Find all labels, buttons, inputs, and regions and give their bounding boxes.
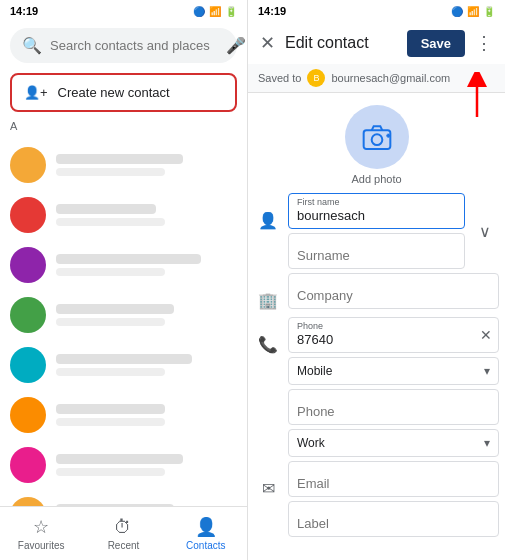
edit-header-bar: ✕ Edit contact Save ⋮ [248,22,505,64]
bluetooth-icon: 🔵 [193,6,205,17]
phone2-fields: Work Mobile Home ▾ [288,389,499,457]
contact-name-line [56,454,183,464]
phone2-input[interactable] [297,404,490,419]
email-input[interactable] [297,476,490,491]
expand-button[interactable]: ∨ [471,217,499,245]
list-item[interactable] [0,490,247,506]
clear-phone-button[interactable]: ✕ [480,327,492,343]
left-time: 14:19 [10,5,38,17]
account-avatar-icon: B [307,69,325,87]
name-fields: First name [288,193,465,269]
contact-sub-line [56,168,165,176]
saved-to-label: Saved to [258,72,301,84]
search-input[interactable] [50,38,218,53]
right-status-icons: 🔵 📶 🔋 [451,6,495,17]
phone-icon: 📞 [254,317,282,357]
phone1-row: 📞 Phone ✕ Mobile Work Home ▾ [254,317,499,385]
first-name-row: 👤 First name ∨ [254,193,499,269]
email-label-field[interactable] [288,501,499,537]
phone1-input[interactable] [297,332,490,347]
nav-item-favourites[interactable]: ☆ Favourites [0,507,82,560]
section-label-a: A [0,116,247,136]
avatar [10,497,46,506]
save-button[interactable]: Save [407,30,465,57]
phone1-label-select[interactable]: Mobile Work Home ▾ [288,357,499,385]
contact-name-line [56,204,156,214]
contact-name-block [56,304,237,326]
right-panel: 14:19 🔵 📶 🔋 ✕ Edit contact Save ⋮ [248,0,505,560]
phone2-label-dropdown[interactable]: Work Mobile Home [297,436,484,450]
phone2-field[interactable] [288,389,499,425]
first-name-label: First name [297,197,340,207]
avatar [10,447,46,483]
phone2-label-select[interactable]: Work Mobile Home ▾ [288,429,499,457]
phone1-fields: Phone ✕ Mobile Work Home ▾ [288,317,499,385]
surname-input[interactable] [297,248,456,263]
contact-name-block [56,454,237,476]
add-person-icon: 👤+ [24,85,48,100]
avatar [10,197,46,233]
nav-item-contacts[interactable]: 👤 Contacts [165,507,247,560]
first-name-input[interactable] [297,208,456,223]
email-fields [288,461,499,537]
contact-name-line [56,404,165,414]
bottom-nav: ☆ Favourites ⏱ Recent 👤 Contacts [0,506,247,560]
recent-icon: ⏱ [114,517,132,538]
left-status-icons: 🔵 📶 🔋 [193,6,237,17]
phone1-label-dropdown[interactable]: Mobile Work Home [297,364,484,378]
list-item[interactable] [0,140,247,190]
bluetooth-icon-r: 🔵 [451,6,463,17]
edit-contact-form: Add photo 👤 First name ∨ 🏢 [248,93,505,560]
svg-point-2 [371,134,382,145]
nav-label-contacts: Contacts [186,540,225,551]
email-field[interactable] [288,461,499,497]
company-field[interactable] [288,273,499,309]
contact-sub-line [56,468,165,476]
contact-name-line [56,154,183,164]
edit-contact-header: ✕ Edit contact Save ⋮ [248,22,505,64]
contact-name-block [56,154,237,176]
first-name-field[interactable]: First name [288,193,465,229]
mic-icon[interactable]: 🎤 [226,36,246,55]
phone1-label: Phone [297,321,323,331]
company-input[interactable] [297,288,490,303]
surname-field[interactable] [288,233,465,269]
email-label-input[interactable] [297,516,490,531]
left-status-bar: 14:19 🔵 📶 🔋 [0,0,247,22]
create-contact-label: Create new contact [58,85,170,100]
search-bar[interactable]: 🔍 🎤 ⋮ [10,28,237,63]
list-item[interactable] [0,390,247,440]
close-button[interactable]: ✕ [256,28,279,58]
create-contact-button[interactable]: 👤+ Create new contact [10,73,237,112]
contacts-icon: 👤 [195,516,217,538]
add-photo-label: Add photo [351,173,401,185]
signal-icon-r: 📶 [467,6,479,17]
avatar [10,347,46,383]
svg-rect-1 [363,130,390,149]
right-status-bar: 14:19 🔵 📶 🔋 [248,0,505,22]
contact-sub-line [56,218,165,226]
contacts-list [0,136,247,506]
nav-item-recent[interactable]: ⏱ Recent [82,507,164,560]
contact-name-block [56,354,237,376]
search-actions: 🎤 ⋮ [226,36,248,55]
list-item[interactable] [0,340,247,390]
avatar [10,247,46,283]
chevron-down-icon-2: ▾ [484,436,490,450]
phone1-field[interactable]: Phone ✕ [288,317,499,353]
list-item[interactable] [0,290,247,340]
list-item[interactable] [0,240,247,290]
contact-name-block [56,404,237,426]
email-icon: ✉ [254,461,282,501]
contact-sub-line [56,368,165,376]
list-item[interactable] [0,440,247,490]
photo-section: Add photo [254,93,499,193]
avatar [10,397,46,433]
contact-name-line [56,254,201,264]
contact-sub-line [56,268,165,276]
list-item[interactable] [0,190,247,240]
more-options-button[interactable]: ⋮ [471,28,497,58]
contact-name-block [56,254,237,276]
add-photo-button[interactable] [345,105,409,169]
contact-sub-line [56,418,165,426]
